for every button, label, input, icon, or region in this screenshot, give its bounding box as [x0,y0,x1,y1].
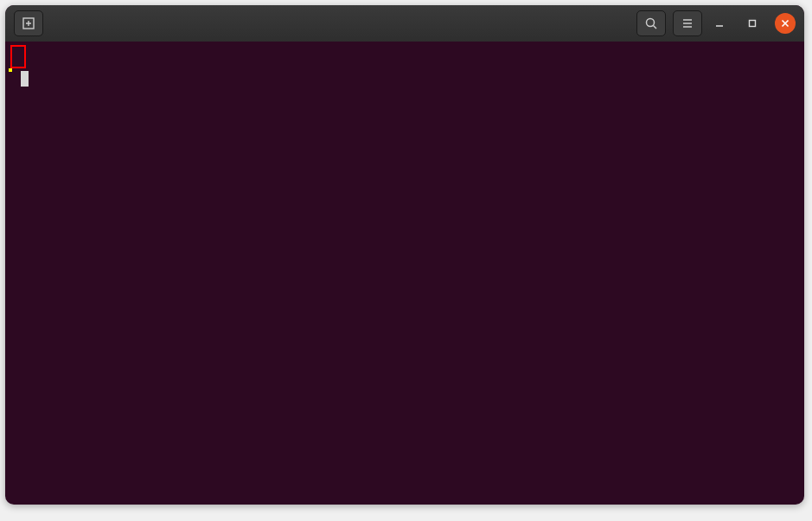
svg-rect-9 [750,21,756,27]
minimize-button[interactable] [709,13,730,34]
titlebar [5,5,804,42]
maximize-button[interactable] [742,13,763,34]
close-button[interactable] [775,13,796,34]
terminal-window [5,5,804,505]
maximize-icon [748,19,757,28]
menu-button[interactable] [673,10,702,36]
minimize-icon [715,19,724,28]
new-tab-icon [22,16,35,30]
prompt-line-1 [10,45,799,68]
search-button[interactable] [636,10,666,36]
svg-line-4 [654,26,657,29]
new-tab-button[interactable] [14,10,43,36]
terminal-body[interactable] [5,42,804,91]
close-icon [781,19,790,28]
prompt-line-2 [10,68,799,88]
window-controls [709,13,796,34]
command-highlight-box [10,45,26,68]
svg-point-3 [647,19,655,27]
hamburger-icon [681,16,694,30]
search-icon [644,16,658,30]
cursor [21,71,29,87]
